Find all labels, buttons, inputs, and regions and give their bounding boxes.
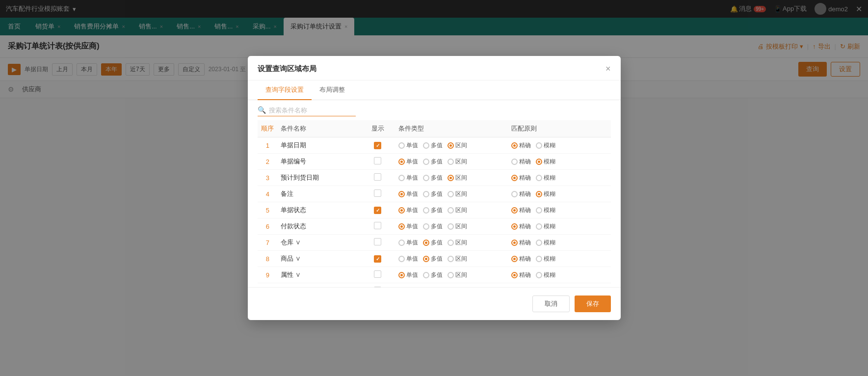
row-name-7: 仓库 ∨ <box>278 235 360 251</box>
match-radio-1-0[interactable]: 精确 <box>511 141 531 150</box>
search-input[interactable] <box>269 107 347 114</box>
checkbox-8[interactable] <box>374 255 381 263</box>
radio-label-match-5-0: 精确 <box>519 206 531 215</box>
th-type: 条件类型 <box>395 120 508 137</box>
type-radio-1-0[interactable]: 单值 <box>398 141 418 150</box>
match-radio-1-1[interactable]: 模糊 <box>536 141 555 150</box>
radio-label-type-3-1: 多值 <box>431 174 443 182</box>
row-display-10[interactable] <box>360 283 395 288</box>
checkbox-2[interactable] <box>374 157 381 164</box>
match-radio-7-0[interactable]: 精确 <box>511 239 531 247</box>
type-radio-8-0[interactable]: 单值 <box>398 255 418 263</box>
type-radio-1-1[interactable]: 多值 <box>423 141 443 150</box>
radio-label-type-2-1: 多值 <box>431 158 443 166</box>
checkbox-4[interactable] <box>374 189 381 197</box>
radio-dot-match-9-0 <box>511 272 518 278</box>
row-display-8[interactable] <box>360 251 395 267</box>
type-radio-3-2[interactable]: 区间 <box>447 174 467 182</box>
type-radio-2-2[interactable]: 区间 <box>447 158 467 166</box>
type-radio-4-2[interactable]: 区间 <box>447 190 467 198</box>
modal-tab-query-fields[interactable]: 查询字段设置 <box>258 81 312 100</box>
type-radio-5-2[interactable]: 区间 <box>447 206 467 215</box>
modal-close-button[interactable]: × <box>605 64 611 74</box>
match-radio-5-1[interactable]: 模糊 <box>536 206 555 215</box>
type-radio-2-0[interactable]: 单值 <box>398 158 418 166</box>
checkbox-5[interactable] <box>374 207 381 214</box>
row-display-4[interactable] <box>360 186 395 202</box>
type-radio-3-0[interactable]: 单值 <box>398 174 418 182</box>
type-radio-9-1[interactable]: 多值 <box>423 271 443 279</box>
type-radio-2-1[interactable]: 多值 <box>423 158 443 166</box>
checkbox-6[interactable] <box>374 222 381 229</box>
th-name: 条件名称 <box>278 120 360 137</box>
type-radio-4-1[interactable]: 多值 <box>423 190 443 198</box>
radio-label-match-2-0: 精确 <box>519 158 531 166</box>
type-radio-7-2[interactable]: 区间 <box>447 239 467 247</box>
row-display-3[interactable] <box>360 170 395 186</box>
match-radio-6-1[interactable]: 模糊 <box>536 222 555 231</box>
radio-label-type-9-1: 多值 <box>431 271 443 279</box>
match-radio-6-0[interactable]: 精确 <box>511 222 531 231</box>
match-radio-3-0[interactable]: 精确 <box>511 174 531 182</box>
match-radio-9-1[interactable]: 模糊 <box>536 271 555 279</box>
radio-dot-type-3-0 <box>398 175 405 181</box>
radio-dot-match-1-1 <box>536 142 542 149</box>
type-radio-6-0[interactable]: 单值 <box>398 222 418 231</box>
modal-tab-layout-adjust[interactable]: 布局调整 <box>312 81 353 100</box>
row-match-10: 精确模糊 <box>508 283 611 288</box>
match-radio-7-1[interactable]: 模糊 <box>536 239 555 247</box>
type-radio-1-2[interactable]: 区间 <box>447 141 467 150</box>
modal-header: 设置查询区域布局 × <box>248 56 621 81</box>
type-radio-5-0[interactable]: 单值 <box>398 206 418 215</box>
match-radio-5-0[interactable]: 精确 <box>511 206 531 215</box>
checkbox-9[interactable] <box>374 270 381 278</box>
match-radio-4-1[interactable]: 模糊 <box>536 190 555 198</box>
type-radio-9-2[interactable]: 区间 <box>447 271 467 279</box>
row-type-8: 单值多值区间 <box>395 251 508 267</box>
match-radio-8-0[interactable]: 精确 <box>511 255 531 263</box>
save-button[interactable]: 保存 <box>575 295 611 312</box>
row-match-7: 精确模糊 <box>508 235 611 251</box>
match-radio-8-1[interactable]: 模糊 <box>536 255 555 263</box>
type-radio-5-1[interactable]: 多值 <box>423 206 443 215</box>
type-radio-6-1[interactable]: 多值 <box>423 222 443 231</box>
radio-dot-type-1-1 <box>423 142 429 149</box>
match-radio-2-0[interactable]: 精确 <box>511 158 531 166</box>
radio-label-match-5-1: 模糊 <box>544 206 555 215</box>
row-type-6: 单值多值区间 <box>395 218 508 235</box>
match-radio-2-1[interactable]: 模糊 <box>536 158 555 166</box>
type-radio-3-1[interactable]: 多值 <box>423 174 443 182</box>
checkbox-1[interactable] <box>374 142 381 149</box>
row-name-9: 属性 ∨ <box>278 267 360 283</box>
checkbox-3[interactable] <box>374 173 381 181</box>
type-radio-7-1[interactable]: 多值 <box>423 239 443 247</box>
row-name-2: 单据编号 <box>278 154 360 170</box>
radio-label-match-1-1: 模糊 <box>544 141 555 150</box>
type-radio-4-0[interactable]: 单值 <box>398 190 418 198</box>
type-radio-7-0[interactable]: 单值 <box>398 239 418 247</box>
th-match: 匹配原则 <box>508 120 611 137</box>
radio-label-type-8-2: 区间 <box>455 255 467 263</box>
row-display-5[interactable] <box>360 202 395 218</box>
radio-dot-type-3-2 <box>447 175 454 181</box>
row-display-9[interactable] <box>360 267 395 283</box>
radio-label-match-8-0: 精确 <box>519 255 531 263</box>
radio-dot-type-6-0 <box>398 223 405 230</box>
type-radio-9-0[interactable]: 单值 <box>398 271 418 279</box>
radio-label-type-9-0: 单值 <box>406 271 418 279</box>
row-display-7[interactable] <box>360 235 395 251</box>
match-radio-4-0[interactable]: 精确 <box>511 190 531 198</box>
row-display-2[interactable] <box>360 154 395 170</box>
row-display-6[interactable] <box>360 218 395 235</box>
radio-dot-type-7-2 <box>447 240 454 246</box>
checkbox-7[interactable] <box>374 238 381 245</box>
type-radio-8-2[interactable]: 区间 <box>447 255 467 263</box>
cancel-button[interactable]: 取消 <box>532 295 570 312</box>
th-order: 顺序 <box>258 120 278 137</box>
radio-dot-type-5-0 <box>398 207 405 214</box>
match-radio-9-0[interactable]: 精确 <box>511 271 531 279</box>
row-display-1[interactable] <box>360 137 395 154</box>
type-radio-6-2[interactable]: 区间 <box>447 222 467 231</box>
match-radio-3-1[interactable]: 模糊 <box>536 174 555 182</box>
type-radio-8-1[interactable]: 多值 <box>423 255 443 263</box>
